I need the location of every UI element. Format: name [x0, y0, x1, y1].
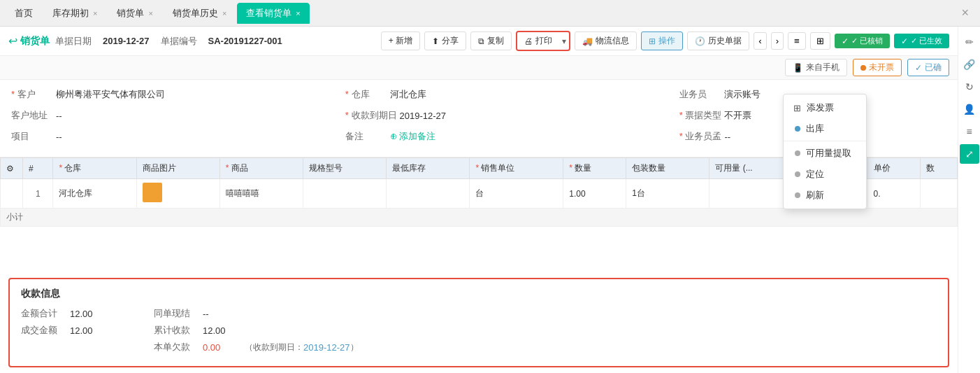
add-note-btn[interactable]: ⊕ 添加备注	[387, 129, 439, 144]
tab-sales-close[interactable]: ×	[148, 9, 152, 17]
ticket-type-value: 不开票	[721, 108, 754, 123]
toolbar-top: ↩ 销货单 单据日期 2019-12-27 单据编号 SA-20191227-0…	[0, 27, 958, 56]
due-date-value: 2019-12-27	[303, 342, 350, 353]
tab-view-sales[interactable]: 查看销货单 ×	[237, 3, 309, 24]
ticket-type-label: 票据类型	[679, 109, 722, 122]
circle-icon-refresh	[795, 192, 800, 198]
circle-icon-locate	[795, 171, 800, 177]
prev-button[interactable]: ‹	[754, 32, 766, 50]
tab-history-label: 销货单历史	[173, 7, 218, 20]
share-icon: ⬆	[432, 36, 439, 46]
same-order-value: --	[203, 309, 245, 319]
address-field: 客户地址 --	[11, 109, 345, 122]
subtotal-row: 小计	[1, 209, 958, 227]
transaction-value: 12.00	[70, 325, 112, 336]
tab-sales-history[interactable]: 销货单历史 ×	[164, 3, 236, 24]
td-spec	[303, 179, 387, 209]
arrears-label: 本单欠款	[154, 341, 203, 353]
transaction-label: 成交金额	[21, 324, 70, 337]
window-close-button[interactable]: ×	[956, 6, 974, 20]
history-icon: 🕐	[695, 36, 705, 46]
dropdown-locate[interactable]: 定位	[784, 164, 866, 185]
tab-view-sales-label: 查看销货单	[246, 7, 291, 20]
address-label: 客户地址	[11, 109, 53, 122]
td-unit: 台	[470, 179, 563, 209]
td-price: 0.	[867, 179, 920, 209]
right-sidebar: ✏ 🔗 ↻ 👤 ≡ ⤢	[958, 27, 980, 373]
tab-history-close[interactable]: ×	[222, 9, 226, 17]
check-icon: ✓	[915, 63, 922, 73]
check-icon-cancel: ✓	[842, 36, 849, 46]
sidebar-list-icon[interactable]: ≡	[960, 122, 979, 141]
payment-date-field: 收款到期日 2019-12-27	[345, 109, 679, 122]
toolbar-actions: + 新增 ⬆ 分享 ⧉ 复制 🖨 打印 ▾ 🚚 物流信息	[381, 31, 949, 51]
sidebar-edit-icon[interactable]: ✏	[960, 32, 979, 52]
doc-title-section: ↩ 销货单	[8, 34, 50, 48]
th-num: #	[23, 158, 53, 179]
doc-meta: 单据日期 2019-12-27 单据编号 SA-20191227-001	[55, 35, 282, 48]
logistics-button[interactable]: 🚚 物流信息	[575, 31, 637, 50]
next-button[interactable]: ›	[771, 32, 784, 50]
payment-info-title: 收款信息	[21, 288, 937, 300]
product-image	[143, 183, 162, 202]
dropdown-out-warehouse[interactable]: 出库	[784, 118, 866, 139]
dropdown-qty-extract[interactable]: 可用量提取	[784, 143, 866, 164]
dropdown-refresh[interactable]: 刷新	[784, 185, 866, 206]
sidebar-link-icon[interactable]: 🔗	[960, 55, 979, 74]
not-open-button[interactable]: 未开票	[853, 59, 902, 76]
th-more: 数	[920, 158, 957, 179]
tab-view-sales-close[interactable]: ×	[296, 9, 300, 17]
staff-label: 业务员	[679, 88, 721, 101]
operations-button[interactable]: ⊞ 操作	[641, 31, 683, 50]
from-phone-button[interactable]: 📱 来自手机	[785, 59, 847, 76]
print-dropdown-arrow[interactable]: ▾	[559, 36, 569, 46]
note-field: 备注 ⊕ 添加备注	[345, 129, 679, 144]
subtotal-label: 小计	[1, 209, 958, 227]
customer-field: 客户 柳州粤港平安气体有限公司	[11, 87, 345, 102]
circle-icon-qty	[795, 150, 800, 156]
td-num: 1	[23, 179, 53, 209]
num-value: SA-20191227-001	[208, 36, 282, 46]
copy-button[interactable]: ⧉ 复制	[470, 31, 512, 50]
share-button[interactable]: ⬆ 分享	[424, 31, 466, 50]
logistics-icon: 🚚	[582, 36, 593, 46]
td-more	[920, 179, 957, 209]
grid-view-button[interactable]: ≡	[788, 32, 806, 50]
td-img	[136, 179, 219, 209]
dropdown-add-invoice[interactable]: ⊞ 添发票	[784, 97, 866, 118]
tab-inventory-close[interactable]: ×	[93, 9, 97, 17]
td-warehouse: 河北仓库	[53, 179, 136, 209]
date-value: 2019-12-27	[103, 36, 150, 46]
cumulative-label: 累计收款	[154, 324, 203, 337]
dropdown-divider	[784, 141, 866, 141]
tab-home[interactable]: 首页	[6, 3, 42, 24]
copy-icon: ⧉	[478, 36, 484, 46]
arrears-value: 0.00	[203, 342, 245, 353]
due-date-suffix: ）	[350, 342, 359, 353]
note-label: 备注	[345, 130, 387, 143]
toolbar-second: 📱 来自手机 未开票 ✓ 已确	[0, 56, 958, 80]
sidebar-rotate-icon[interactable]: ↻	[960, 77, 979, 97]
due-date-prefix: （收款到期日：	[245, 342, 303, 353]
new-button[interactable]: + 新增	[381, 31, 420, 50]
th-product: 商品	[219, 158, 303, 179]
address-value: --	[53, 109, 65, 122]
confirm-button[interactable]: ✓ 已确	[907, 59, 949, 76]
th-spec: 规格型号	[303, 158, 387, 179]
sidebar-user-icon[interactable]: 👤	[960, 99, 979, 119]
cumulative-value: 12.00	[203, 325, 245, 336]
total-value: 12.00	[70, 309, 112, 319]
sidebar-expand-icon[interactable]: ⤢	[960, 144, 979, 164]
customer-label: 客户	[11, 88, 53, 101]
tab-sales-order[interactable]: 销货单 ×	[108, 3, 161, 24]
th-unit: 销售单位	[470, 158, 563, 179]
history-button[interactable]: 🕐 历史单据	[687, 31, 749, 50]
print-button[interactable]: 🖨 打印	[517, 32, 559, 50]
th-warehouse: 仓库	[53, 158, 136, 179]
td-product: 嘻嘻嘻嘻	[219, 179, 303, 209]
cancelled-badge: ✓ ✓ 已核销	[835, 34, 890, 48]
payment-date-label: 收款到期日	[345, 109, 397, 122]
detail-view-button[interactable]: ⊞	[810, 32, 830, 50]
plus-icon: ⊕	[390, 131, 397, 141]
tab-inventory-init[interactable]: 库存期初 ×	[43, 3, 106, 24]
